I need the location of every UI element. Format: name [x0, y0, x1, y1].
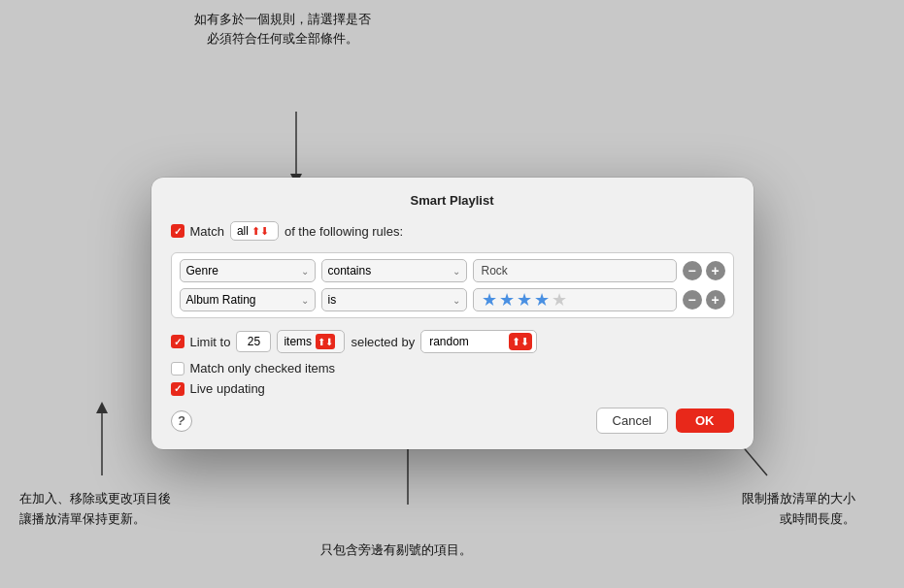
cancel-button[interactable]: Cancel: [596, 408, 668, 434]
match-checked-row: Match only checked items: [171, 361, 734, 376]
album-rating-condition-arrow-icon: ⌄: [452, 295, 460, 306]
live-updating-checkbox[interactable]: ✓: [171, 382, 184, 396]
limit-value-input[interactable]: [236, 331, 271, 352]
match-prefix-label: Match: [190, 224, 224, 239]
ok-button[interactable]: OK: [676, 408, 734, 433]
genre-field-select[interactable]: Genre ⌄: [180, 259, 316, 282]
star-2: ★: [499, 291, 515, 309]
star-5: ★: [552, 291, 567, 309]
limit-prefix-label: Limit to: [190, 335, 231, 349]
random-select[interactable]: random ⬆⬇: [420, 330, 537, 353]
match-row: ✓ Match all ⬆⬇ of the following rules:: [171, 221, 734, 241]
random-label: random: [429, 335, 469, 348]
annotation-bottom-left: 在加入、移除或更改項目後 讓播放清單保持更新。: [19, 489, 171, 530]
annotation-bottom-right: 限制播放清單的大小 或時間長度。: [742, 489, 855, 530]
album-rating-rule-buttons: − +: [683, 290, 725, 310]
help-button[interactable]: ?: [171, 410, 192, 432]
genre-value-field[interactable]: Rock: [473, 259, 677, 282]
match-checked-checkbox[interactable]: [171, 362, 184, 376]
album-rating-condition-select[interactable]: is ⌄: [321, 288, 467, 311]
album-rating-label: Album Rating: [186, 293, 256, 307]
match-checked-label: Match only checked items: [190, 361, 336, 376]
star-rating[interactable]: ★ ★ ★ ★ ★: [482, 291, 567, 309]
match-value: all: [237, 224, 249, 238]
match-all-dropdown[interactable]: all ⬆⬇: [230, 221, 279, 241]
match-suffix-label: of the following rules:: [285, 224, 403, 239]
live-updating-label: Live updating: [190, 381, 265, 396]
match-checkbox[interactable]: ✓: [171, 224, 184, 238]
rules-section: Genre ⌄ contains ⌄ Rock − + Album Rating…: [171, 252, 734, 318]
items-type-label: items: [284, 335, 312, 348]
genre-remove-button[interactable]: −: [683, 261, 702, 280]
star-3: ★: [517, 291, 532, 309]
genre-condition-label: contains: [328, 264, 372, 278]
smart-playlist-dialog: Smart Playlist ✓ Match all ⬆⬇ of the fol…: [151, 178, 753, 449]
selected-by-label: selected by: [351, 335, 415, 349]
genre-field-label: Genre: [186, 264, 218, 278]
live-updating-row: ✓ Live updating: [171, 381, 734, 396]
album-rating-add-button[interactable]: +: [706, 290, 725, 310]
genre-condition-select[interactable]: contains ⌄: [321, 259, 467, 282]
genre-arrow-icon: ⌄: [301, 266, 309, 277]
star-1: ★: [482, 291, 497, 309]
match-dropdown-arrows-icon: ⬆⬇: [251, 226, 269, 237]
rule-row-1: Genre ⌄ contains ⌄ Rock − +: [180, 259, 725, 282]
options-section: ✓ Limit to items ⬆⬇ selected by random ⬆…: [171, 330, 734, 396]
limit-checkbox[interactable]: ✓: [171, 335, 184, 348]
album-rating-arrow-icon: ⌄: [301, 295, 309, 306]
genre-condition-arrow-icon: ⌄: [452, 266, 460, 277]
album-rating-value-field[interactable]: ★ ★ ★ ★ ★: [473, 288, 677, 311]
random-arrows-icon: ⬆⬇: [509, 333, 532, 350]
items-type-select[interactable]: items ⬆⬇: [277, 330, 345, 353]
limit-row: ✓ Limit to items ⬆⬇ selected by random ⬆…: [171, 330, 734, 353]
album-rating-remove-button[interactable]: −: [683, 290, 702, 310]
rule-row-2: Album Rating ⌄ is ⌄ ★ ★ ★ ★ ★ − +: [180, 288, 725, 311]
genre-value-text: Rock: [482, 264, 508, 278]
album-rating-field-select[interactable]: Album Rating ⌄: [180, 288, 316, 311]
dialog-title: Smart Playlist: [171, 193, 734, 208]
bottom-row: ? Cancel OK: [171, 408, 734, 434]
items-type-arrows-icon: ⬆⬇: [316, 334, 335, 349]
genre-add-button[interactable]: +: [706, 261, 725, 280]
annotation-top: 如有多於一個規則，請選擇是否 必須符合任何或全部條件。: [194, 10, 371, 48]
genre-rule-buttons: − +: [683, 261, 725, 280]
album-rating-condition-label: is: [328, 293, 337, 307]
annotation-bottom-center: 只包含旁邊有剔號的項目。: [320, 540, 472, 560]
star-4: ★: [534, 291, 550, 309]
